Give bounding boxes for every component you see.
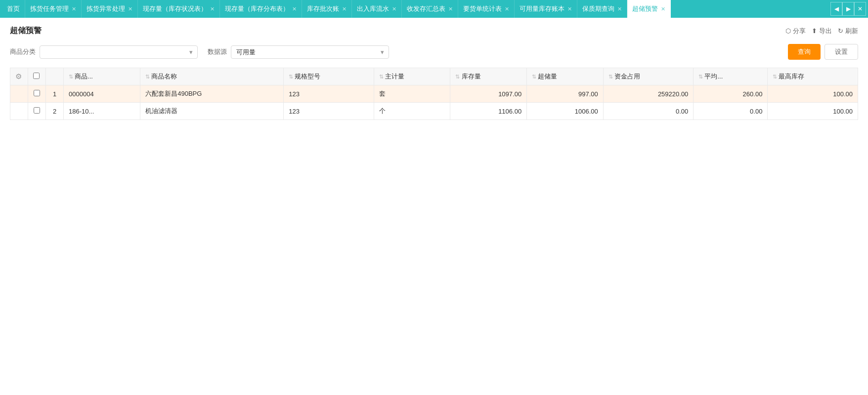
table-body: 1 0000004 六配套新昌490BPG 123 套 1097.00 997.… [10,85,858,120]
table-row: 1 0000004 六配套新昌490BPG 123 套 1097.00 997.… [10,85,858,103]
close-tab-icon[interactable]: ✕ [292,6,297,12]
category-filter: 商品分类 [10,45,198,59]
table-row: 2 186-10... 机油滤清器 123 个 1106.00 1006.00 … [10,103,858,120]
nav-order-stat[interactable]: 要货单统计表 ✕ [458,0,515,18]
row-select-checkbox[interactable] [34,107,40,114]
category-select-wrapper [40,45,198,59]
row-product-name: 六配套新昌490BPG [140,85,284,103]
th-max-stock[interactable]: 最高库存 [768,68,858,85]
nav-expiry[interactable]: 保质期查询 ✕ [577,0,627,18]
th-num [46,68,64,85]
row-capital: 259220.00 [603,85,694,103]
nav-batch[interactable]: 库存批次账 ✕ [302,0,352,18]
datasource-select[interactable]: 可用量 实际库存 [231,45,389,59]
row-num: 1 [46,85,64,103]
nav-prev-button[interactable]: ◀ [830,2,842,16]
close-tab-icon[interactable]: ✕ [392,6,396,12]
nav-inout-flow[interactable]: 出入库流水 ✕ [352,0,402,18]
nav-home[interactable]: 首页 [2,0,25,18]
refresh-button[interactable]: ↻ 刷新 [838,27,858,36]
nav-abnormal[interactable]: 拣货异常处理 ✕ [82,0,138,18]
nav-stock-dist[interactable]: 现存量（库存分布表） ✕ [220,0,302,18]
datasource-select-wrapper: 可用量 实际库存 [231,45,389,59]
category-select[interactable] [40,45,198,59]
close-tab-icon[interactable]: ✕ [617,6,622,12]
settings-button[interactable]: 设置 [825,44,858,60]
th-product-code[interactable]: 商品... [64,68,140,85]
row-gear [10,85,28,103]
close-tab-icon[interactable]: ✕ [128,6,132,12]
row-stock: 1106.00 [450,103,527,120]
row-avg: 0.00 [694,103,768,120]
row-product-code: 0000004 [64,85,140,103]
category-label: 商品分类 [10,47,36,56]
row-checkbox [28,103,46,120]
row-product-code: 186-10... [64,103,140,120]
page-title: 超储预警 [10,26,42,36]
row-spec: 123 [284,103,374,120]
export-button[interactable]: ⬆ 导出 [812,27,832,36]
filter-actions: 查询 设置 [788,44,858,60]
share-button[interactable]: ⬡ 分享 [785,27,806,36]
page-content: 超储预警 ⬡ 分享 ⬆ 导出 ↻ 刷新 商品分类 [0,18,868,395]
nav-arrows: ◀ ▶ ✕ [830,2,866,16]
row-gear [10,103,28,120]
close-tab-icon[interactable]: ✕ [210,6,215,12]
th-avg[interactable]: 平均... [694,68,768,85]
nav-task-mgmt[interactable]: 拣货任务管理 ✕ [25,0,82,18]
row-unit: 个 [374,103,450,120]
select-all-checkbox[interactable] [33,73,40,79]
row-capital: 0.00 [603,103,694,120]
row-unit: 套 [374,85,450,103]
row-avg: 260.00 [694,85,768,103]
row-stock: 1097.00 [450,85,527,103]
close-tab-icon[interactable]: ✕ [567,6,572,12]
data-table: ⚙ 商品... 商品名称 规格型号 主计量 [10,68,858,120]
row-select-checkbox[interactable] [34,90,40,96]
gear-icon[interactable]: ⚙ [15,72,22,80]
header-actions: ⬡ 分享 ⬆ 导出 ↻ 刷新 [785,27,858,36]
th-stock[interactable]: 库存量 [450,68,527,85]
page-header: 超储预警 ⬡ 分享 ⬆ 导出 ↻ 刷新 [10,26,858,36]
th-unit[interactable]: 主计量 [374,68,450,85]
query-button[interactable]: 查询 [788,44,821,60]
row-spec: 123 [284,85,374,103]
export-icon: ⬆ [812,27,817,35]
close-tab-icon[interactable]: ✕ [72,6,76,12]
row-num: 2 [46,103,64,120]
row-product-name: 机油滤清器 [140,103,284,120]
close-tab-icon[interactable]: ✕ [505,6,509,12]
datasource-filter: 数据源 可用量 实际库存 [208,45,389,59]
row-checkbox [28,85,46,103]
row-max-stock: 100.00 [768,103,858,120]
share-icon: ⬡ [785,27,791,35]
row-max-stock: 100.00 [768,85,858,103]
close-tab-icon[interactable]: ✕ [661,6,665,12]
th-spec[interactable]: 规格型号 [284,68,374,85]
th-overstock[interactable]: 超储量 [527,68,604,85]
refresh-icon: ↻ [838,27,843,35]
table-header: ⚙ 商品... 商品名称 规格型号 主计量 [10,68,858,85]
th-gear: ⚙ [10,68,28,85]
row-overstock: 1006.00 [527,103,604,120]
close-tab-icon[interactable]: ✕ [448,6,453,12]
close-tab-icon[interactable]: ✕ [342,6,347,12]
nav-recv-send[interactable]: 收发存汇总表 ✕ [402,0,458,18]
th-product-name[interactable]: 商品名称 [140,68,284,85]
row-overstock: 997.00 [527,85,604,103]
top-navigation: 首页 拣货任务管理 ✕ 拣货异常处理 ✕ 现存量（库存状况表） ✕ 现存量（库存… [0,0,868,18]
filter-row: 商品分类 数据源 可用量 实际库存 查询 设置 [10,44,858,60]
datasource-label: 数据源 [208,47,227,56]
th-checkbox [28,68,46,85]
nav-close-all-button[interactable]: ✕ [854,2,866,16]
nav-overstock[interactable]: 超储预警 ✕ [627,0,671,18]
nav-stock-status[interactable]: 现存量（库存状况表） ✕ [138,0,220,18]
th-capital[interactable]: 资金占用 [603,68,694,85]
nav-next-button[interactable]: ▶ [842,2,854,16]
nav-available-stock[interactable]: 可用量库存账本 ✕ [515,0,577,18]
